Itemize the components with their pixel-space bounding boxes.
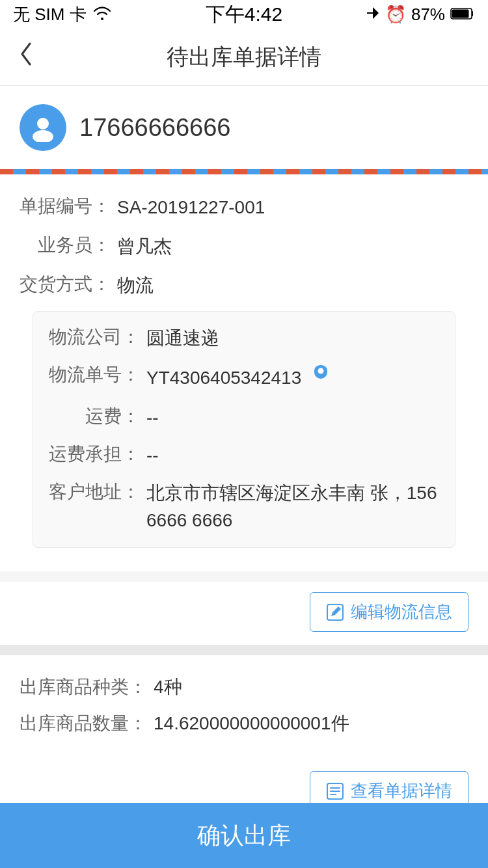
battery-percent: 87% [411,5,445,25]
main-content: 17666666666 单据编号： SA-20191227-001 业务员： 曾… [0,86,488,868]
status-left: 无 SIM 卡 [13,3,111,26]
svg-point-6 [318,368,324,374]
goods-types-row: 出库商品种类： 4种 [20,675,468,699]
location-status-icon [366,5,380,25]
order-info-section: 单据编号： SA-20191227-001 业务员： 曾凡杰 交货方式： 物流 … [0,174,488,571]
goods-quantity-row: 出库商品数量： 14.620000000000001件 [20,711,468,736]
order-number-value: SA-20191227-001 [111,194,468,221]
nav-bar: 待出库单据详情 [0,29,488,86]
logistics-tracking-row: 物流单号： YT4306405342413 [49,362,439,394]
alarm-icon: ⏰ [385,5,406,25]
status-right: ⏰ 87% [366,5,475,25]
logistics-card: 物流公司： 圆通速递 物流单号： YT4306405342413 [33,311,455,548]
logistics-tracking-value: YT4306405342413 [146,364,301,392]
status-bar: 无 SIM 卡 下午4:42 ⏰ 87% [0,0,488,29]
logistics-tracking-label: 物流单号： [49,362,140,387]
svg-point-2 [37,118,49,129]
address-value: 北京市市辖区海淀区永丰南 张，156 6666 6666 [140,480,439,534]
staff-row: 业务员： 曾凡杰 [20,233,468,260]
dashed-divider [0,169,488,174]
goods-quantity-value: 14.620000000000001件 [147,711,468,736]
order-number-row: 单据编号： SA-20191227-001 [20,194,468,221]
freight-value: -- [140,404,439,431]
confirm-btn-label: 确认出库 [197,820,291,852]
battery-icon [450,5,475,25]
carrier-label: 无 SIM 卡 [13,3,87,26]
location-pin-icon[interactable] [309,362,332,394]
customer-phone: 17666666666 [79,114,230,142]
wifi-icon [93,5,111,25]
logistics-company-row: 物流公司： 圆通速递 [49,325,439,352]
delivery-value: 物流 [111,272,468,299]
freight-bear-value: -- [140,442,439,469]
staff-label: 业务员： [20,233,111,258]
goods-types-value: 4种 [147,675,468,699]
customer-card: 17666666666 [0,86,488,169]
svg-point-3 [33,130,53,142]
address-label: 客户地址： [49,480,140,504]
logistics-company-value: 圆通速递 [140,325,439,352]
freight-row: 运费： -- [49,404,439,431]
goods-types-label: 出库商品种类： [20,675,147,699]
freight-bear-label: 运费承担： [49,442,140,467]
goods-section: 出库商品种类： 4种 出库商品数量： 14.620000000000001件 [0,655,488,761]
view-details-label: 查看单据详情 [351,780,452,802]
edit-logistics-button[interactable]: 编辑物流信息 [310,592,468,632]
goods-quantity-label: 出库商品数量： [20,711,147,736]
page-title: 待出库单据详情 [167,42,321,72]
logistics-company-label: 物流公司： [49,325,140,349]
confirm-outbound-button[interactable]: 确认出库 [0,803,488,868]
logistics-tracking-value-wrap: YT4306405342413 [140,362,439,394]
order-number-label: 单据编号： [20,194,111,219]
avatar [20,104,66,151]
back-button[interactable] [18,41,34,73]
delivery-row: 交货方式： 物流 [20,272,468,299]
status-time: 下午4:42 [206,1,282,28]
staff-value: 曾凡杰 [111,233,468,260]
section-separator [0,645,488,655]
freight-label: 运费： [49,404,140,429]
edit-btn-row: 编辑物流信息 [0,582,488,645]
freight-bear-row: 运费承担： -- [49,442,439,469]
edit-logistics-label: 编辑物流信息 [351,601,452,623]
address-row: 客户地址： 北京市市辖区海淀区永丰南 张，156 6666 6666 [49,480,439,534]
svg-rect-1 [452,9,469,18]
delivery-label: 交货方式： [20,272,111,297]
